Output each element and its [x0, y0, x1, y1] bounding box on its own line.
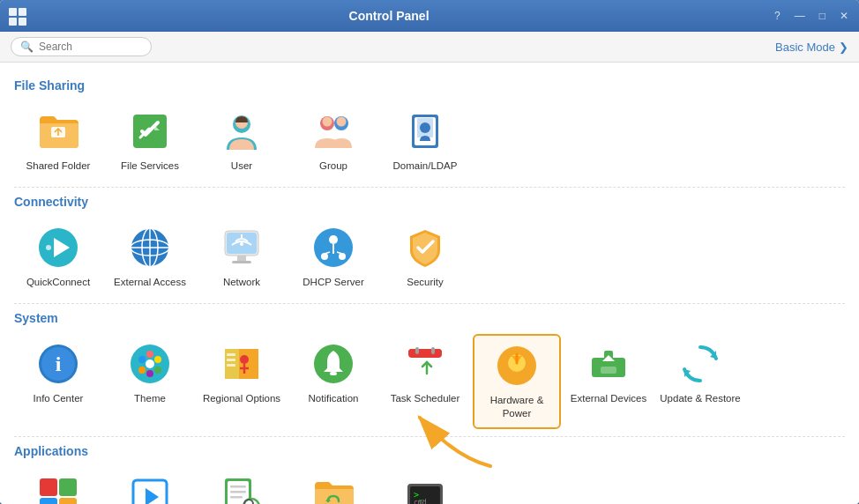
indexing-service-icon	[219, 474, 265, 504]
minimize-button[interactable]: —	[791, 8, 809, 24]
item-shared-folder-sync[interactable]: Shared Folder Sync	[289, 467, 377, 504]
hardware-power-icon	[494, 343, 540, 389]
svg-rect-28	[237, 256, 246, 261]
update-restore-icon	[677, 341, 723, 387]
info-center-icon: i	[35, 341, 81, 387]
item-hardware-power[interactable]: Hardware & Power	[473, 334, 561, 429]
item-quickconnect[interactable]: QuickConnect	[14, 218, 102, 296]
svg-rect-1	[19, 8, 26, 16]
svg-point-35	[339, 253, 346, 260]
item-privileges[interactable]: Privileges	[14, 467, 102, 504]
section-title-file-sharing: File Sharing	[14, 78, 845, 93]
item-domain-ldap[interactable]: Domain/LDAP	[381, 101, 469, 180]
item-network[interactable]: Network	[198, 218, 286, 296]
svg-rect-3	[19, 18, 26, 26]
regional-options-label: Regional Options	[203, 392, 280, 405]
svg-point-34	[321, 253, 328, 260]
applications-grid: Privileges Application Portal	[14, 467, 845, 504]
svg-rect-51	[227, 359, 235, 361]
svg-point-42	[146, 351, 153, 358]
system-grid: i Info Center	[14, 334, 845, 437]
privileges-icon	[35, 474, 81, 504]
help-button[interactable]: ?	[771, 8, 784, 24]
svg-rect-71	[59, 498, 77, 504]
svg-rect-77	[230, 496, 243, 499]
item-theme[interactable]: Theme	[106, 334, 194, 429]
item-user[interactable]: User	[198, 101, 286, 180]
close-button[interactable]: ✕	[836, 8, 852, 24]
item-info-center[interactable]: i Info Center	[14, 334, 102, 429]
external-access-icon	[127, 225, 173, 271]
network-icon	[219, 225, 265, 271]
svg-point-12	[337, 117, 347, 127]
chevron-right-icon: ❯	[839, 41, 848, 54]
svg-rect-54	[330, 372, 337, 375]
item-security[interactable]: Security	[381, 218, 469, 296]
file-sharing-grid: Shared Folder File Services	[14, 101, 845, 188]
svg-rect-70	[40, 498, 57, 504]
application-portal-icon	[127, 474, 173, 504]
svg-point-19	[46, 245, 51, 250]
svg-rect-0	[9, 8, 17, 16]
item-shared-folder[interactable]: Shared Folder	[14, 101, 102, 180]
toolbar: 🔍 Basic Mode ❯	[0, 32, 859, 63]
security-icon	[402, 225, 448, 271]
section-title-connectivity: Connectivity	[14, 195, 845, 209]
item-dhcp-server[interactable]: DHCP Server	[289, 218, 377, 296]
item-external-devices[interactable]: External Devices	[564, 334, 653, 429]
regional-options-icon	[219, 341, 265, 387]
section-title-applications: Applications	[14, 444, 845, 458]
user-icon	[219, 108, 265, 154]
item-regional-options[interactable]: Regional Options	[198, 334, 286, 429]
search-box[interactable]: 🔍	[11, 37, 152, 56]
item-group[interactable]: Group	[289, 101, 377, 180]
notification-icon	[310, 341, 356, 387]
svg-rect-76	[230, 491, 246, 493]
quickconnect-label: QuickConnect	[26, 276, 90, 289]
item-indexing-service[interactable]: Indexing Service	[198, 467, 286, 504]
svg-text:i: i	[56, 352, 62, 375]
task-scheduler-label: Task Scheduler	[391, 392, 460, 405]
search-input[interactable]	[39, 41, 142, 53]
network-label: Network	[223, 276, 260, 289]
item-task-scheduler[interactable]: Task Scheduler	[381, 334, 469, 429]
item-notification[interactable]: Notification	[289, 334, 377, 429]
task-scheduler-icon	[402, 341, 448, 387]
maximize-button[interactable]: □	[816, 8, 829, 24]
quickconnect-icon	[35, 225, 81, 271]
basic-mode-button[interactable]: Basic Mode ❯	[775, 41, 848, 54]
svg-point-47	[138, 356, 146, 363]
shared-folder-icon	[35, 108, 81, 154]
shared-folder-label: Shared Folder	[26, 159, 91, 173]
app-logo	[7, 5, 28, 26]
connectivity-grid: QuickConnect External Access	[14, 218, 845, 304]
theme-icon	[127, 341, 173, 387]
group-icon	[310, 108, 356, 154]
external-devices-icon	[586, 341, 631, 387]
item-application-portal[interactable]: Application Portal	[106, 467, 194, 504]
hardware-power-label: Hardware & Power	[478, 394, 556, 420]
domain-ldap-icon	[402, 108, 448, 154]
basic-mode-label: Basic Mode	[775, 41, 835, 54]
item-update-restore[interactable]: Update & Restore	[656, 334, 744, 429]
shared-folder-sync-icon	[310, 474, 356, 504]
svg-rect-75	[230, 485, 246, 488]
svg-rect-68	[40, 478, 57, 496]
user-label: User	[231, 159, 252, 173]
svg-point-46	[138, 367, 146, 374]
svg-rect-52	[227, 364, 235, 367]
svg-point-43	[154, 356, 161, 363]
external-devices-label: External Devices	[571, 392, 646, 405]
item-file-services[interactable]: File Services	[106, 101, 194, 180]
dhcp-server-label: DHCP Server	[303, 276, 363, 289]
svg-point-48	[146, 359, 154, 368]
svg-rect-59	[415, 347, 419, 354]
security-label: Security	[407, 276, 444, 289]
item-terminal-snmp[interactable]: >_ cmd Terminal & SNMP	[381, 467, 469, 504]
window-title: Control Panel	[35, 9, 743, 23]
item-external-access[interactable]: External Access	[106, 218, 194, 296]
svg-point-45	[146, 370, 153, 377]
svg-rect-50	[227, 353, 235, 356]
svg-point-10	[323, 117, 332, 127]
title-bar: Control Panel ? — □ ✕	[0, 0, 859, 32]
